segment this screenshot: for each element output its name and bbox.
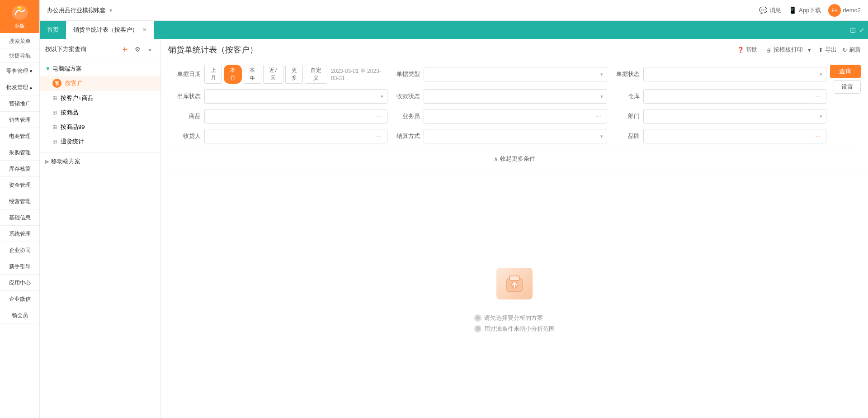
settings-button[interactable]: 设置 <box>834 80 861 94</box>
receiver-dots-icon[interactable]: ··· <box>375 133 384 140</box>
export-icon: ⬆ <box>818 47 823 53</box>
help-icon: ❓ <box>737 47 744 53</box>
warehouse-dots-icon[interactable]: ··· <box>813 93 822 100</box>
tab-home[interactable]: 首页 <box>40 21 66 39</box>
sidebar-item-cooperation[interactable]: 企业协同 <box>0 242 39 258</box>
tree-item-return-stats[interactable]: ⊞ 退货统计 <box>40 134 160 149</box>
collapse-panel-button[interactable]: « <box>145 44 155 54</box>
sidebar-item-retail[interactable]: 零售管理 ▼ <box>0 63 39 79</box>
product-label: 商品 <box>168 112 204 120</box>
date-this-month-btn[interactable]: 本月 <box>224 65 241 84</box>
tab-sales-stats[interactable]: 销货单统计表（按客户） ✕ <box>66 21 154 39</box>
tree-item-by-customer[interactable]: 客 按客户 <box>40 76 160 91</box>
department-control: ▾ <box>643 109 826 124</box>
print-button[interactable]: 🖨 按模板打印 <box>763 46 806 54</box>
app-download-label: App下载 <box>799 6 821 14</box>
empty-image <box>487 263 542 309</box>
print-dropdown-arrow[interactable]: ▾ <box>806 47 813 53</box>
help-button[interactable]: ❓ 帮助 <box>737 46 758 54</box>
tree-item-by-customer-product[interactable]: ⊞ 按客户+商品 <box>40 91 160 105</box>
user-name: demo2 <box>843 7 861 14</box>
tip-num-1: ① <box>474 314 481 322</box>
sidebar-item-member[interactable]: 畅会员 <box>0 307 39 323</box>
filter-row-4: 收货人 ··· 结算方式 ▾ <box>168 129 826 143</box>
sidebar-item-appcenter[interactable]: 应用中心 <box>0 275 39 291</box>
sidebar-item-wholesale[interactable]: 批发管理 ▲ <box>0 79 39 95</box>
salesperson-label: 业务员 <box>387 112 424 120</box>
settings-scheme-button[interactable]: ⚙ <box>132 44 142 54</box>
user-info[interactable]: Ea demo2 <box>828 4 861 17</box>
filter-fields: 单据日期 上月 本月 本年 近7天 更多 自定义 2023-03-01 至 20… <box>168 65 826 149</box>
product-dots-icon[interactable]: ··· <box>375 113 384 120</box>
doc-status-select[interactable]: ▾ <box>643 67 826 81</box>
sidebar-item-operations[interactable]: 经营管理 <box>0 193 39 209</box>
collapse-bar[interactable]: ∧ 收起更多条件 <box>168 151 861 166</box>
logo-text: 标版 <box>15 23 25 29</box>
sidebar-item-finance[interactable]: 资金管理 <box>0 177 39 193</box>
refresh-button[interactable]: ↻ 刷新 <box>842 46 861 54</box>
tree-mobile-parent[interactable]: ▶ 移动端方案 <box>40 155 160 168</box>
out-status-select[interactable]: ▾ <box>204 89 387 104</box>
receiver-label: 收货人 <box>168 132 204 140</box>
out-status-label: 出库状态 <box>168 92 204 100</box>
tree-item-by-product99[interactable]: ⊞ 按商品99 <box>40 120 160 134</box>
sidebar-search[interactable]: 搜索菜单 <box>0 33 39 48</box>
receiver-select[interactable]: ··· <box>204 129 387 143</box>
sidebar-item-basic[interactable]: 基础信息 <box>0 209 39 226</box>
add-scheme-button[interactable]: + <box>120 44 130 54</box>
sidebar-nav[interactable]: 快捷导航 <box>0 48 39 63</box>
tree-desktop-parent[interactable]: ▼ 电脑端方案 <box>40 62 160 76</box>
department-select[interactable]: ▾ <box>643 109 826 124</box>
date-control: 上月 本月 本年 近7天 更多 自定义 2023-03-01 至 2023-03… <box>204 65 387 84</box>
by-customer-product-label: 按客户+商品 <box>61 94 94 102</box>
cooperation-label: 企业协同 <box>9 247 31 254</box>
title-dropdown-icon[interactable]: ▾ <box>109 7 112 14</box>
brand-dots-icon[interactable]: ··· <box>813 133 822 140</box>
salesperson-select[interactable]: ··· <box>424 109 607 124</box>
by-customer-icon: 客 <box>52 79 61 88</box>
sidebar-item-newbie[interactable]: 新手引导 <box>0 258 39 275</box>
date-this-year-btn[interactable]: 本年 <box>244 65 261 84</box>
sidebar-item-marketing[interactable]: 营销推广 <box>0 95 39 112</box>
doc-type-select[interactable]: ▾ <box>424 67 607 81</box>
tab-expand-icon[interactable]: ⊡ ⤢ <box>846 26 868 34</box>
export-button[interactable]: ⬆ 导出 <box>818 46 837 54</box>
collection-status-arrow-icon: ▾ <box>600 94 603 100</box>
by-customer-product-icon: ⊞ <box>52 95 57 101</box>
settlement-select[interactable]: ▾ <box>424 129 607 143</box>
brand-select[interactable]: ··· <box>643 129 826 143</box>
sidebar-item-inventory[interactable]: 库存核算 <box>0 161 39 177</box>
sidebar-item-ecommerce[interactable]: 电商管理 <box>0 128 39 144</box>
tree-item-by-product[interactable]: ⊞ 按商品 <box>40 105 160 120</box>
sidebar-item-system[interactable]: 系统管理 <box>0 226 39 242</box>
date-more-btn[interactable]: 更多 <box>285 65 303 84</box>
empty-tip-1: ① 请先选择要分析的方案 <box>474 314 555 322</box>
sidebar-item-wechat[interactable]: 企业微信 <box>0 291 39 307</box>
warehouse-control: ··· <box>643 89 826 104</box>
right-panel: 销货单统计表（按客户） ❓ 帮助 🖨 按模板打印 ▾ ⬆ <box>161 39 868 418</box>
operations-label: 经营管理 <box>9 198 31 205</box>
app-download-button[interactable]: 📱 App下载 <box>788 6 821 14</box>
date-last-month-btn[interactable]: 上月 <box>204 65 222 84</box>
filter-area: 单据日期 上月 本月 本年 近7天 更多 自定义 2023-03-01 至 20… <box>161 59 868 172</box>
collection-status-select[interactable]: ▾ <box>424 89 607 104</box>
collection-status-control: ▾ <box>424 89 607 104</box>
sidebar-item-purchase[interactable]: 采购管理 <box>0 144 39 161</box>
by-customer-label: 按客户 <box>65 79 83 87</box>
tab-close-icon[interactable]: ✕ <box>142 27 147 33</box>
member-label: 畅会员 <box>12 312 28 319</box>
page-title: 销货单统计表（按客户） <box>168 44 258 55</box>
messages-button[interactable]: 💬 消息 <box>759 6 781 14</box>
product-select[interactable]: ··· <box>204 109 387 124</box>
date-last7-btn[interactable]: 近7天 <box>263 65 283 84</box>
warehouse-select[interactable]: ··· <box>643 89 826 104</box>
receiver-control: ··· <box>204 129 387 143</box>
salesperson-dots-icon[interactable]: ··· <box>594 113 603 120</box>
query-button[interactable]: 查询 <box>830 65 861 78</box>
sidebar-item-sales[interactable]: 销售管理 <box>0 112 39 128</box>
date-custom-btn[interactable]: 自定义 <box>305 65 327 84</box>
tabs-bar: 首页 销货单统计表（按客户） ✕ ⊡ ⤢ <box>40 21 868 39</box>
empty-state: ① 请先选择要分析的方案 ② 用过滤条件来缩小分析范围 <box>161 178 868 418</box>
brand-label: 品牌 <box>607 132 643 140</box>
left-panel: 按以下方案查询 + ⚙ « ▼ 电脑端方案 客 按客户 ⊞ 按客户+商品 <box>40 39 161 418</box>
